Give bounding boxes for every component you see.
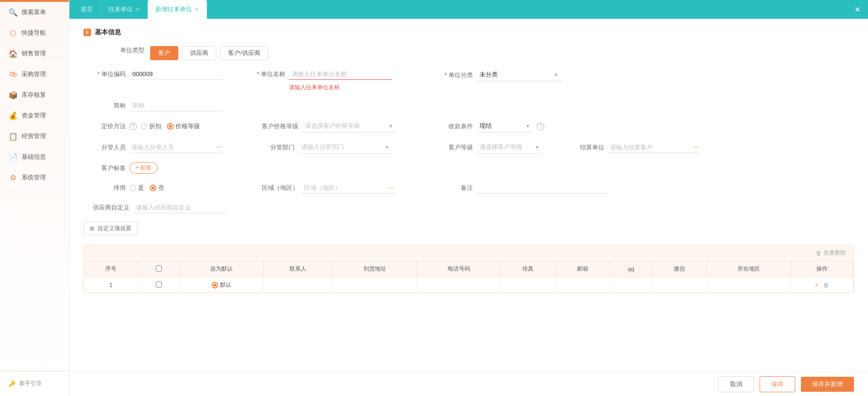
dept-select[interactable]: 请输入分管部门 ▼ [298, 141, 392, 154]
pricing-discount-label: 折扣 [149, 122, 161, 131]
settlement-input-wrapper: ··· [608, 142, 700, 153]
sidebar-item-label: 经营管理 [22, 132, 46, 140]
cell-phone[interactable] [417, 277, 501, 293]
finance-icon: 💰 [8, 111, 18, 120]
dept-label: 分管部门 [262, 143, 295, 152]
tab-partners-close-icon[interactable]: ✕ [136, 7, 140, 13]
category-select[interactable]: 未分类 ▼ [477, 69, 561, 81]
sidebar: 🔍 搜索菜单 ⬡ 快捷导航 🏠 销售管理 🛍 采购管理 📦 库存核算 💰 资金管… [0, 0, 69, 396]
pricing-price-level-label: 价格等级 [175, 122, 200, 131]
section-title: 基本信息 [95, 28, 121, 37]
supplier-custom-group: 供应商自定义 [93, 202, 854, 213]
cell-qq[interactable] [610, 277, 652, 293]
disable-no-label: 否 [158, 184, 164, 192]
customer-price-select[interactable]: 请选择客户价格等级 ▼ [302, 120, 396, 132]
settlement-more-btn[interactable]: ··· [691, 143, 700, 151]
area-input[interactable] [302, 182, 386, 193]
manager-more-btn[interactable]: ··· [213, 143, 223, 151]
cell-address[interactable] [333, 277, 417, 293]
manager-input-wrapper: ··· [129, 142, 223, 153]
add-row-icon[interactable]: + [815, 282, 818, 288]
cell-region[interactable] [707, 277, 791, 293]
code-group: 单位编码 [93, 69, 252, 80]
radio-discount-circle [141, 123, 147, 130]
gear-icon: ⚙ [90, 225, 95, 232]
unit-type-supplier-btn[interactable]: 供应商 [182, 46, 216, 60]
table-header: 🗑 批量删除 [84, 245, 853, 261]
sidebar-item-label: 销售管理 [22, 49, 46, 58]
col-wechat: 微信 [652, 261, 707, 277]
tabbar-close-icon[interactable]: ✕ [851, 5, 864, 14]
save-button[interactable]: 保存 [760, 376, 795, 392]
disable-radio-no[interactable]: 否 [150, 184, 164, 192]
batch-delete-button[interactable]: 🗑 批量删除 [816, 249, 846, 257]
cell-contact[interactable] [263, 277, 333, 293]
sidebar-item-operations[interactable]: 📋 经营管理 [0, 126, 69, 147]
customer-level-select[interactable]: 请选择客户等级 ▼ [477, 141, 542, 154]
sidebar-item-finance[interactable]: 💰 资金管理 [0, 105, 69, 126]
sidebar-item-quick-nav[interactable]: ⬡ 快捷导航 [0, 23, 69, 43]
cancel-button[interactable]: 取消 [718, 376, 754, 392]
system-icon: ⚙ [8, 173, 18, 182]
supplier-custom-input[interactable] [133, 202, 227, 213]
bottom-bar: 取消 保存 保存并新增 [69, 372, 868, 396]
disable-label: 停用 [93, 184, 126, 192]
row-default-radio[interactable]: 默认 [184, 281, 259, 289]
cell-action[interactable]: + 🗑 [791, 277, 853, 293]
area-more-btn[interactable]: ··· [386, 184, 396, 192]
payment-help-icon[interactable]: ? [537, 123, 544, 130]
area-group: 区域（地区） ··· [262, 182, 440, 194]
unit-type-both-btn[interactable]: 客户/供应商 [220, 46, 268, 60]
save-new-button[interactable]: 保存并新增 [801, 377, 854, 392]
select-all-checkbox[interactable] [156, 265, 162, 272]
payment-value: 现结 [480, 122, 524, 130]
unit-type-customer-btn[interactable]: 客户 [150, 46, 178, 60]
cell-email[interactable] [556, 277, 610, 293]
pricing-radio-discount[interactable]: 折扣 [141, 122, 161, 131]
manager-input[interactable] [129, 142, 213, 153]
col-seq: 序号 [84, 261, 138, 277]
chevron-down-icon3: ▼ [525, 124, 530, 129]
category-value: 未分类 [480, 70, 552, 79]
sidebar-item-guide[interactable]: 🔑 新手引导 [0, 375, 69, 392]
sidebar-item-system[interactable]: ⚙ 系统管理 [0, 167, 69, 188]
delete-row-icon[interactable]: 🗑 [823, 282, 829, 288]
sidebar-item-purchase[interactable]: 🛍 采购管理 [0, 64, 69, 85]
name-group: 单位名称 请输入往来单位名称 [252, 69, 440, 92]
chevron-down-icon5: ▼ [535, 145, 540, 150]
remark-input[interactable] [477, 182, 608, 194]
disable-area-row: 停用 是 否 区域（地区） ··· [93, 182, 854, 194]
sidebar-item-label: 基础信息 [22, 153, 46, 161]
tab-new-partner-close-icon[interactable]: ✕ [195, 7, 199, 13]
sidebar-item-label: 新手引导 [19, 380, 42, 388]
cell-checkbox[interactable] [138, 277, 179, 293]
sidebar-item-basic-info[interactable]: 📄 基础信息 [0, 147, 69, 167]
sidebar-item-inventory[interactable]: 📦 库存核算 [0, 85, 69, 105]
customer-level-placeholder: 请选择客户等级 [480, 143, 533, 151]
settlement-input[interactable] [608, 142, 691, 153]
disable-radio-yes[interactable]: 是 [129, 184, 144, 192]
tabbar: 首页 往来单位 ✕ 新增往来单位 ✕ ✕ [69, 0, 868, 19]
row-checkbox[interactable] [156, 281, 162, 287]
tab-home[interactable]: 首页 [73, 0, 101, 19]
pricing-help-icon[interactable]: ? [129, 123, 137, 130]
name-input[interactable] [289, 69, 392, 80]
payment-select[interactable]: 现结 ▼ [477, 120, 533, 132]
tab-new-partner[interactable]: 新增往来单位 ✕ [148, 0, 207, 19]
col-checkbox [138, 261, 179, 277]
chevron-down-icon2: ▼ [388, 124, 393, 129]
abbr-input[interactable] [129, 100, 223, 111]
code-input[interactable] [129, 69, 223, 80]
sidebar-item-sales[interactable]: 🏠 销售管理 [0, 43, 69, 64]
operations-icon: 📋 [8, 132, 18, 141]
tag-add-button[interactable]: + 标签 [129, 162, 158, 174]
name-error-msg: 请输入往来单位名称 [289, 84, 340, 91]
cell-wechat[interactable] [652, 277, 707, 293]
pricing-radio-price-level[interactable]: 价格等级 [167, 122, 200, 131]
code-label: 单位编码 [93, 70, 126, 78]
tab-partners[interactable]: 往来单位 ✕ [101, 0, 148, 19]
manager-row: 分管人员 ··· 分管部门 请输入分管部门 ▼ 客户等级 请选择客户等级 [93, 141, 854, 154]
cell-fax[interactable] [501, 277, 556, 293]
custom-settings-button[interactable]: ⚙ 自定义项设置 [84, 222, 137, 235]
sidebar-item-search[interactable]: 🔍 搜索菜单 [0, 2, 69, 23]
